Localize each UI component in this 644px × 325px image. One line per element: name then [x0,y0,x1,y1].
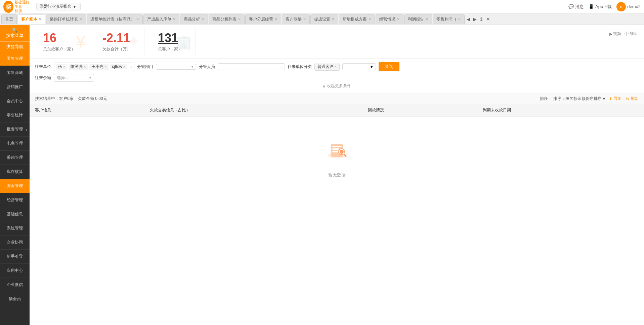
tab-nav-up[interactable]: ↥ [478,16,485,23]
main-layout: 🔍 搜索菜单 快捷导航 零售管理 零售商城 营销推广 会员中心 零售统计 批发管… [0,25,644,325]
tab-close-product[interactable]: ✕ [201,17,204,22]
sidebar-item-ecommerce[interactable]: 电商管理 [0,137,30,151]
tab-nav-left[interactable]: ◀ [465,16,472,23]
doc-help-link[interactable]: ⓘ 帮助 [625,31,637,37]
manager-more[interactable]: ... [278,64,282,69]
tab-close-connect[interactable]: ✕ [303,17,306,22]
sidebar-item-members[interactable]: 畅会员 [0,292,30,306]
tab-close-productlist[interactable]: ✕ [238,17,241,22]
tab-customer-connect[interactable]: 客户联络 ✕ [282,14,310,24]
dept-selector[interactable]: ▾ [156,64,196,70]
tab-inbound-stats[interactable]: 进货单统计表（按商品） ✕ [87,14,143,24]
tab-close-all[interactable]: ✕ [485,16,491,23]
customer-type-tag: 普通客户 × [314,63,340,71]
customer-type-select[interactable]: ▾ [342,63,376,70]
tag-close-wang[interactable]: × [104,65,106,69]
sidebar-item-marketing[interactable]: 营销推广 [0,80,30,94]
sort-selector[interactable]: 排序： 排序：按欠款金额倒序排序 ▾ [540,96,605,102]
empty-state: 暂无数据 [30,117,644,198]
tab-new-promotion[interactable]: 新增提成方案 ✕ [339,14,375,24]
tab-close-inbound[interactable]: ✕ [136,17,139,22]
table-body: 暂无数据 [30,117,644,198]
tab-purchase-orders[interactable]: 采购订单统计表 ✕ [46,14,86,24]
tab-customer-tier[interactable]: 客户分层经营 ✕ [245,14,281,24]
tab-retail-profit[interactable]: 零售利润（ ✕ [433,14,465,24]
tag-more[interactable]: ... [129,64,132,69]
balance-selector[interactable]: 选择... ▾ [54,74,94,82]
help-icon: ⓘ [625,31,629,37]
tab-close-customers[interactable]: ✕ [39,17,42,22]
owed-customers-label: 总欠款客户（家） [43,46,75,52]
tab-cost-inbound[interactable]: 产成品入库单 ✕ [143,14,179,24]
tag-close-customertype[interactable]: × [335,65,337,69]
table-header: 客户信息 欠款交易信息（占比） 回款情况 到期未收款日期 [30,104,644,117]
company-selector[interactable]: 母婴行业演示帐套 ▾ [36,3,81,10]
tab-home[interactable]: 首页 [1,14,17,24]
balance-placeholder: 选择... [57,75,89,81]
tab-profit-report[interactable]: 利润报告 ✕ [404,14,432,24]
app-download-button[interactable]: 📱 App下载 [589,4,612,10]
tab-close-promo[interactable]: ✕ [332,17,335,22]
tab-close-oper[interactable]: ✕ [397,17,400,22]
sidebar-item-member[interactable]: 会员中心 [0,94,30,108]
tab-close-purchase[interactable]: ✕ [79,17,82,22]
sidebar-item-wechat[interactable]: 企业微信 [0,278,30,292]
collapse-more-button[interactable]: ∧ 收起更多条件 [35,82,639,90]
coin-icon: ¥ [76,32,85,51]
sidebar-item-guide[interactable]: 新手引导 [0,250,30,264]
refresh-button[interactable]: ↻ 刷新 [626,96,639,102]
message-button[interactable]: 💬 消息 [568,4,584,10]
tab-product-list[interactable]: 商品分析列表 ✕ [209,14,245,24]
building-icon: 🏢 [175,34,192,49]
tab-operation[interactable]: 经营情况 ✕ [376,14,403,24]
balance-dropdown-icon: ▾ [89,76,91,80]
tab-close-cost[interactable]: ✕ [173,17,176,22]
stat-owed-customers: ¥ 16 总欠款客户（家） [36,28,89,55]
logo-text: 畅捷通好生意 标版 [15,0,33,13]
tab-nav-right[interactable]: ▶ [472,16,478,23]
user-avatar[interactable]: d demo2 [616,2,641,11]
sidebar-item-operations[interactable]: 经营管理 [0,193,30,207]
sidebar-item-appcenter[interactable]: 应用中心 [0,264,30,278]
sidebar-item-enterprise[interactable]: 企业协同 [0,236,30,250]
query-button[interactable]: 查询 [379,62,399,71]
sidebar-nav[interactable]: 快捷导航 [0,41,30,52]
tab-close-tier[interactable]: ✕ [274,17,277,22]
sidebar-search[interactable]: 🔍 搜索菜单 [0,25,30,41]
sidebar-item-retail-shop[interactable]: 零售商城 [0,66,30,80]
tab-close-retail[interactable]: ✕ [458,17,461,22]
manager-selector[interactable]: ... [218,63,285,70]
tab-close-newpromo[interactable]: ✕ [368,17,371,22]
col-owed-info: 欠款交易信息（占比） [144,104,363,117]
sidebar-item-retail-stats[interactable]: 零售统计 [0,108,30,122]
search-icon: 🔍 [12,28,17,33]
sidebar-item-system[interactable]: 系统管理 [0,221,30,236]
sidebar-item-basic[interactable]: 基础信息 [0,207,30,221]
export-button[interactable]: ⬆ 导出 [609,96,622,102]
tab-product-analysis[interactable]: 商品分析 ✕ [180,14,208,24]
tab-customers[interactable]: 客户账本 ✕ [17,14,45,24]
tag-chen: 陈民强 × [69,64,88,70]
tag-wu: 伍 × [56,64,67,70]
tag-close-wu[interactable]: × [63,65,65,69]
top-bar: 畅 畅捷通好生意 标版 母婴行业演示帐套 ▾ 💬 消息 📱 App下载 d de… [0,0,644,13]
sidebar-item-purchase[interactable]: 采购管理 [0,151,30,165]
tag-close-cjttcw[interactable]: × [123,65,125,69]
video-help-link[interactable]: ▶ 视频 [609,31,621,37]
filter-area: 往来单位 伍 × 陈民强 × 王小亮 × cjttcw [30,59,644,94]
owed-amount-value: -2.11 [102,31,130,45]
tab-close-profit[interactable]: ✕ [425,17,428,22]
content-area: ¥ 16 总欠款客户（家） ✦ -2.11 欠款合计（万） 🏢 131 总客户（… [30,25,644,325]
sidebar-item-retail[interactable]: 零售管理 [0,52,30,66]
sidebar-item-wholesale[interactable]: 批发管理 ▸ [0,122,30,137]
sidebar-item-inventory[interactable]: 库存核算 [0,165,30,179]
tab-promotion-settings[interactable]: 提成设置 ✕ [310,14,338,24]
star-icon: ✦ [127,32,141,51]
empty-svg-icon [324,137,350,164]
tag-close-chen[interactable]: × [84,65,86,69]
dept-label: 分管部门 [137,64,153,70]
stat-owed-amount: ✦ -2.11 欠款合计（万） [89,28,144,55]
sidebar-item-finance[interactable]: 资金管理 [0,179,30,193]
app-icon: 📱 [589,4,594,9]
sort-dropdown-icon: ▾ [603,97,605,101]
